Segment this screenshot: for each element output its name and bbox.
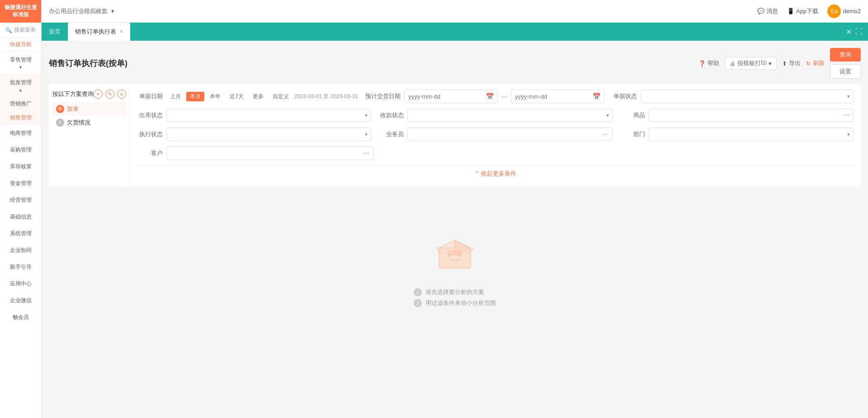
home-tab-label: 首页 bbox=[49, 28, 61, 36]
customer-more-icon[interactable]: ··· bbox=[363, 149, 369, 157]
sidebar-item-marketing[interactable]: 营销推广 bbox=[0, 97, 41, 111]
scheme-edit-button[interactable]: ✎ bbox=[105, 90, 114, 99]
dept-select[interactable] bbox=[649, 128, 854, 141]
filter-row-3: 执行状态 业务员 ··· bbox=[137, 128, 854, 141]
sidebar-item-sales[interactable]: 销售管理 bbox=[0, 111, 41, 125]
export-button[interactable]: ⬆ 导出 bbox=[782, 59, 801, 67]
expected-date-label: 预计交货日期 bbox=[365, 92, 401, 100]
download-icon: 📱 bbox=[787, 8, 794, 14]
dept-label: 部门 bbox=[620, 130, 645, 138]
empty-tip-1: 1 请先选择要分析的方案 bbox=[414, 288, 496, 296]
help-button[interactable]: ❓ 帮助 bbox=[698, 59, 719, 67]
date-btn-last-month[interactable]: 上月 bbox=[166, 92, 184, 101]
goods-label: 商品 bbox=[620, 111, 645, 119]
salesperson-more-icon[interactable]: ··· bbox=[602, 130, 608, 138]
print-dropdown-icon[interactable]: ▾ bbox=[769, 60, 772, 67]
close-window-icon[interactable]: ✕ bbox=[846, 28, 852, 36]
customer-input-field[interactable] bbox=[170, 150, 362, 157]
payment-status-select[interactable] bbox=[407, 109, 612, 122]
sidebar-item-wholesale[interactable]: 批发管理 ▴ bbox=[0, 74, 41, 97]
sidebar-item-finance[interactable]: 资金管理 bbox=[0, 175, 41, 192]
chevron-right-icon: ▾ bbox=[19, 65, 22, 70]
date-btn-custom[interactable]: 自定义 bbox=[269, 92, 292, 101]
refresh-button[interactable]: ↻ 刷新 bbox=[806, 59, 825, 67]
sidebar-item-system[interactable]: 系统管理 bbox=[0, 225, 41, 242]
scheme-order-icon: 单 bbox=[56, 105, 64, 113]
empty-tips: 1 请先选择要分析的方案 2 用过滤条件来缩小分析范围 bbox=[414, 288, 496, 307]
expected-date-end-input[interactable] bbox=[515, 93, 591, 100]
filter-item-payment-status: 收款状态 bbox=[378, 109, 612, 122]
sidebar-search[interactable]: 🔍 搜索菜单 bbox=[0, 23, 41, 38]
calendar-end-icon[interactable]: 📅 bbox=[593, 93, 600, 100]
filter-row-1: 单据日期 上月 本月 本年 近7天 更多 自定义 2023-03-01 至 20… bbox=[137, 90, 854, 103]
scheme-item-by-order[interactable]: 单 按单 bbox=[52, 102, 126, 116]
tab-sales-order-exec[interactable]: 销售订单执行表 × bbox=[68, 23, 130, 41]
scheme-add-button[interactable]: + bbox=[94, 90, 103, 99]
empty-illustration bbox=[428, 223, 482, 277]
filter-item-exec-status: 执行状态 bbox=[137, 128, 371, 141]
app-logo: 畅捷通好生意 标准版 bbox=[0, 0, 41, 23]
date-btn-more[interactable]: 更多 bbox=[249, 92, 267, 101]
tab-home[interactable]: 首页 bbox=[42, 23, 68, 41]
date-btn-this-year[interactable]: 本年 bbox=[206, 92, 224, 101]
calendar-start-icon[interactable]: 📅 bbox=[486, 93, 494, 100]
tip-num-2: 2 bbox=[414, 299, 422, 307]
scheme-collapse-button[interactable]: « bbox=[117, 90, 126, 99]
message-button[interactable]: 💬 消息 bbox=[757, 7, 778, 15]
topbar-left: 办公用品行业模拟账套 ▾ bbox=[49, 7, 114, 15]
sidebar-item-ecommerce[interactable]: 电商管理 bbox=[0, 125, 41, 142]
tip-num-1: 1 bbox=[414, 288, 422, 296]
goods-more-icon[interactable]: ··· bbox=[844, 111, 849, 119]
tab-close-icon[interactable]: × bbox=[120, 28, 123, 35]
empty-tip-2: 2 用过滤条件来缩小分析范围 bbox=[414, 299, 496, 307]
collapse-conditions-button[interactable]: ⌃ 收起更多条件 bbox=[137, 166, 854, 181]
tabbar: 首页 销售订单执行表 × ✕ ⛶ bbox=[42, 23, 868, 41]
exec-status-select[interactable] bbox=[166, 128, 371, 141]
sidebar-item-purchase[interactable]: 采购管理 bbox=[0, 142, 41, 158]
sidebar-item-corp[interactable]: 企业协同 bbox=[0, 242, 41, 259]
filter-area: 单据日期 上月 本月 本年 近7天 更多 自定义 2023-03-01 至 20… bbox=[130, 84, 861, 187]
empty-state: 1 请先选择要分析的方案 2 用过滤条件来缩小分析范围 bbox=[49, 187, 861, 343]
logo-text: 畅捷通好生意 标准版 bbox=[5, 4, 37, 18]
expected-date-end: 📅 bbox=[511, 90, 604, 103]
refresh-icon: ↻ bbox=[806, 60, 811, 67]
sidebar-item-ops[interactable]: 经营管理 bbox=[0, 192, 41, 209]
exec-status-label: 执行状态 bbox=[137, 130, 163, 138]
scheme-item-debt[interactable]: 欠 欠货情况 bbox=[52, 116, 126, 129]
app-download-button[interactable]: 📱 App下载 bbox=[787, 7, 818, 15]
stock-status-label: 出库状态 bbox=[137, 111, 163, 119]
svg-point-4 bbox=[448, 255, 451, 257]
tabbar-actions: ✕ ⛶ bbox=[846, 28, 868, 36]
quick-nav[interactable]: 快捷导航 bbox=[0, 38, 41, 52]
sidebar-item-wechat[interactable]: 企业微信 bbox=[0, 292, 41, 309]
filter-item-salesperson: 业务员 ··· bbox=[378, 128, 612, 141]
sidebar-item-base[interactable]: 基础信息 bbox=[0, 209, 41, 225]
wholesale-submenu: 营销推广 销售管理 bbox=[0, 97, 41, 125]
user-profile[interactable]: Ea demo2 bbox=[827, 5, 861, 18]
sidebar-item-member[interactable]: 畅会员 bbox=[0, 309, 41, 326]
query-button[interactable]: 查询 bbox=[830, 48, 861, 62]
stock-status-select[interactable] bbox=[166, 109, 371, 122]
chevron-up-icon: ▴ bbox=[19, 87, 22, 92]
svg-point-5 bbox=[459, 255, 462, 257]
main-area: 办公用品行业模拟账套 ▾ 💬 消息 📱 App下载 Ea demo2 首页 bbox=[42, 0, 868, 418]
sidebar-item-appstore[interactable]: 应用中心 bbox=[0, 276, 41, 292]
goods-input-field[interactable] bbox=[653, 112, 842, 119]
query-btn-group: 查询 设置 bbox=[830, 48, 861, 79]
print-button[interactable]: 🖨 按模板打印 ▾ bbox=[725, 57, 777, 70]
filter-item-goods: 商品 ··· bbox=[620, 109, 854, 122]
maximize-window-icon[interactable]: ⛶ bbox=[855, 28, 863, 36]
sidebar-item-retail[interactable]: 零售管理 ▾ bbox=[0, 52, 41, 74]
salesperson-input-field[interactable] bbox=[411, 131, 600, 138]
sidebar-item-inventory[interactable]: 库存核算 bbox=[0, 158, 41, 175]
app-dropdown-icon[interactable]: ▾ bbox=[111, 8, 114, 14]
order-status-select[interactable] bbox=[641, 90, 854, 103]
date-btn-this-month[interactable]: 本月 bbox=[186, 92, 204, 101]
expected-date-start-input[interactable] bbox=[408, 93, 484, 100]
filter-item-customer: 客户 ··· bbox=[137, 147, 374, 160]
date-options: 上月 本月 本年 近7天 更多 自定义 2023-03-01 至 2023-03… bbox=[166, 92, 358, 101]
sidebar-item-newbie[interactable]: 新手引导 bbox=[0, 259, 41, 276]
date-btn-last7days[interactable]: 近7天 bbox=[226, 92, 247, 101]
salesperson-input: ··· bbox=[407, 128, 612, 141]
settings-button[interactable]: 设置 bbox=[830, 64, 861, 79]
